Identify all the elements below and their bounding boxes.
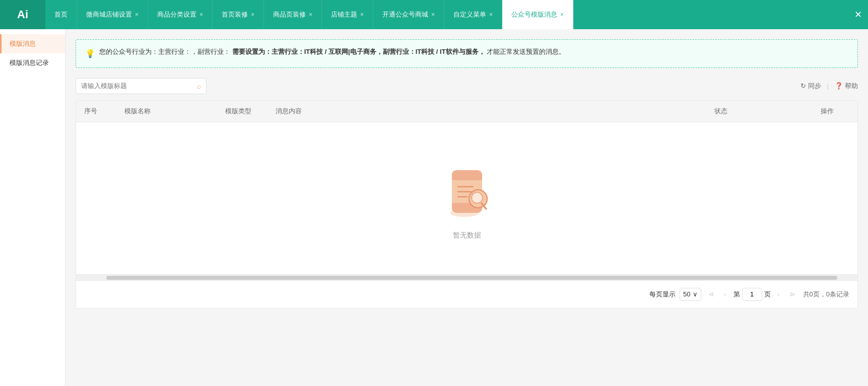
close-tab-icon[interactable]: × xyxy=(560,11,564,18)
nav-tab-label: 公众号模版消息 xyxy=(511,10,557,19)
nav-tab-template-message[interactable]: 公众号模版消息× xyxy=(502,0,573,29)
table-header: 序号 模版名称 模版类型 消息内容 状态 操作 xyxy=(76,101,857,122)
notice-banner: 💡 您的公众号行业为：主营行业：，副营行业： 需要设置为：主营行业：IT科技 /… xyxy=(76,39,858,68)
first-page-button[interactable]: ⊲ xyxy=(705,288,717,300)
notice-highlight: 需要设置为：主营行业：IT科技 / 互联网|电子商务，副营行业：IT科技 / I… xyxy=(232,48,485,55)
empty-state: 暂无数据 xyxy=(76,122,857,270)
help-label: 帮助 xyxy=(845,82,858,91)
nav-tab-open-mall[interactable]: 开通公众号商城× xyxy=(373,0,444,29)
nav-tab-homepage-decoration[interactable]: 首页装修× xyxy=(213,0,264,29)
scrollbar-thumb[interactable] xyxy=(106,276,837,280)
close-tab-icon[interactable]: × xyxy=(489,11,493,18)
close-tab-icon[interactable]: × xyxy=(360,11,364,18)
close-all-tabs-button[interactable]: ✕ xyxy=(848,0,868,29)
col-header-action: 操作 xyxy=(797,101,857,122)
nav-tab-custom-menu[interactable]: 自定义菜单× xyxy=(444,0,502,29)
nav-tab-label: 商品分类设置 xyxy=(157,10,196,19)
prev-page-button[interactable]: ‹ xyxy=(719,288,731,300)
nav-tab-label: 首页装修 xyxy=(222,10,248,19)
nav-tab-product-decoration[interactable]: 商品页装修× xyxy=(264,0,322,29)
col-header-type: 模版类型 xyxy=(217,101,268,122)
search-box: ⌕ xyxy=(76,78,207,94)
nav-tab-label: 自定义菜单 xyxy=(453,10,486,19)
notice-suffix: 才能正常发送预置的消息。 xyxy=(487,48,565,55)
total-info: 共0页，0条记录 xyxy=(803,290,849,299)
col-header-status: 状态 xyxy=(706,101,797,122)
nav-tabs: 首页微商城店铺设置×商品分类设置×首页装修×商品页装修×店铺主题×开通公众号商城… xyxy=(45,0,848,29)
sidebar: 模版消息模版消息记录 xyxy=(0,29,65,386)
page-size-select[interactable]: 50 ∨ xyxy=(680,288,701,301)
horizontal-scrollbar[interactable] xyxy=(76,274,857,280)
empty-text: 暂无数据 xyxy=(453,231,481,240)
notice-prefix: 您的公众号行业为：主营行业：，副营行业： xyxy=(99,48,230,55)
page-size-chevron-icon: ∨ xyxy=(693,290,698,298)
page-label: 第 xyxy=(733,290,740,299)
nav-tab-product-category[interactable]: 商品分类设置× xyxy=(148,0,213,29)
pagination: 每页显示 50 ∨ ⊲ ‹ 第 页 › ⊳ 共0页，0条记录 xyxy=(76,280,857,308)
data-table: 序号 模版名称 模版类型 消息内容 状态 操作 xyxy=(76,100,858,308)
page-size-value: 50 xyxy=(683,290,690,298)
svg-point-5 xyxy=(472,192,483,203)
nav-tab-label: 微商城店铺设置 xyxy=(86,10,132,19)
app-logo: Ai xyxy=(0,0,45,29)
page-size-label: 每页显示 xyxy=(649,290,676,299)
nav-tab-label: 开通公众号商城 xyxy=(382,10,428,19)
notice-icon: 💡 xyxy=(85,47,95,60)
close-tab-icon[interactable]: × xyxy=(251,11,254,18)
toolbar-divider: | xyxy=(827,82,829,90)
col-header-content: 消息内容 xyxy=(268,101,706,122)
nav-tab-label: 店铺主题 xyxy=(331,10,357,19)
close-tab-icon[interactable]: × xyxy=(431,11,435,18)
sidebar-item-template-record[interactable]: 模版消息记录 xyxy=(0,53,65,72)
toolbar-right: ↻ 同步 | ❓ 帮助 xyxy=(800,82,858,91)
top-nav: Ai 首页微商城店铺设置×商品分类设置×首页装修×商品页装修×店铺主题×开通公众… xyxy=(0,0,868,29)
nav-tab-label: 商品页装修 xyxy=(273,10,306,19)
last-page-button[interactable]: ⊳ xyxy=(787,288,799,300)
sync-button[interactable]: ↻ 同步 xyxy=(800,82,821,91)
notice-text: 您的公众号行业为：主营行业：，副营行业： 需要设置为：主营行业：IT科技 / 互… xyxy=(99,47,565,57)
col-header-seq: 序号 xyxy=(76,101,116,122)
page-number-input[interactable] xyxy=(742,288,762,301)
page-suffix: 页 xyxy=(764,290,771,299)
sync-icon: ↻ xyxy=(800,82,806,90)
nav-tab-label: 首页 xyxy=(54,10,68,19)
content-area: 💡 您的公众号行业为：主营行业：，副营行业： 需要设置为：主营行业：IT科技 /… xyxy=(65,29,868,386)
empty-illustration xyxy=(437,163,497,223)
sidebar-item-label: 模版消息 xyxy=(10,40,36,47)
page-navigation: ⊲ ‹ 第 页 › ⊳ xyxy=(705,288,799,301)
nav-tab-shop-settings[interactable]: 微商城店铺设置× xyxy=(77,0,148,29)
help-icon: ❓ xyxy=(835,82,843,90)
sidebar-item-label: 模版消息记录 xyxy=(10,59,49,66)
main-layout: 模版消息模版消息记录 💡 您的公众号行业为：主营行业：，副营行业： 需要设置为：… xyxy=(0,29,868,386)
help-button[interactable]: ❓ 帮助 xyxy=(835,82,858,91)
next-page-button[interactable]: › xyxy=(773,288,785,300)
nav-tab-home[interactable]: 首页 xyxy=(45,0,77,29)
col-header-name: 模版名称 xyxy=(116,101,217,122)
close-tab-icon[interactable]: × xyxy=(199,11,203,18)
search-icon[interactable]: ⌕ xyxy=(197,82,201,90)
sidebar-item-template-message[interactable]: 模版消息 xyxy=(0,34,65,53)
search-input[interactable] xyxy=(81,82,197,90)
toolbar: ⌕ ↻ 同步 | ❓ 帮助 xyxy=(76,78,858,94)
close-tab-icon[interactable]: × xyxy=(309,11,312,18)
close-tab-icon[interactable]: × xyxy=(135,11,139,18)
nav-tab-shop-theme[interactable]: 店铺主题× xyxy=(322,0,373,29)
sync-label: 同步 xyxy=(808,82,821,91)
